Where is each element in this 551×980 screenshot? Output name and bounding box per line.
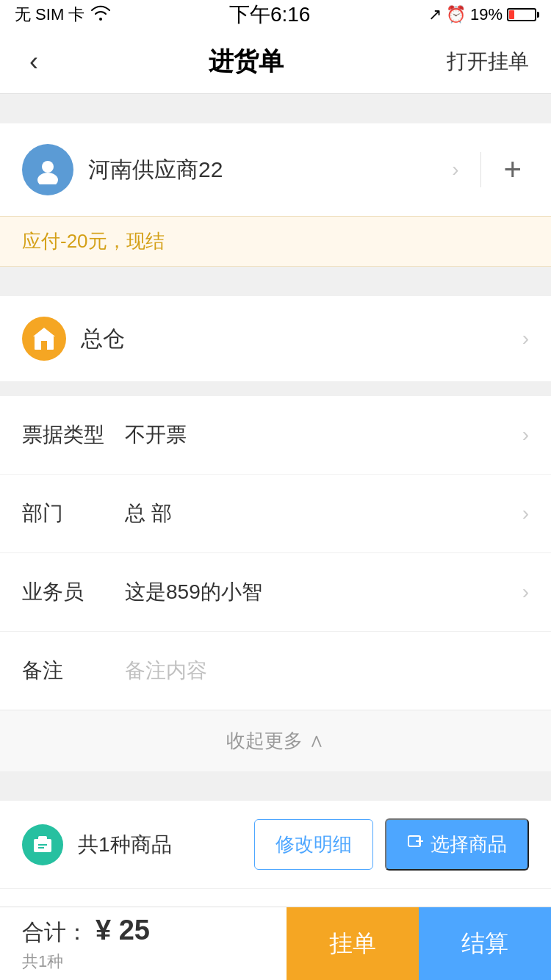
invoice-arrow-icon: › <box>522 423 529 447</box>
status-bar: 无 SIM 卡 下午6:16 ↗ ⏰ 19% <box>0 0 551 29</box>
supplier-avatar <box>22 144 73 195</box>
back-button[interactable]: ‹ <box>22 39 46 84</box>
status-time: 下午6:16 <box>229 1 311 29</box>
warehouse-row[interactable]: 总仓 › <box>0 296 551 381</box>
svg-point-1 <box>37 173 58 184</box>
status-right: ↗ ⏰ 19% <box>428 5 536 24</box>
warehouse-name: 总仓 <box>81 324 522 354</box>
add-supplier-button[interactable]: + <box>480 152 529 187</box>
product-header: 共1种商品 修改明细 选择商品 <box>0 801 551 889</box>
total-section: 合计： ¥ 25 共1种 <box>0 907 287 980</box>
form-section: 票据类型 不开票 › 部门 总 部 › 业务员 这是859的小智 › 备注 备注… <box>0 396 551 710</box>
supplier-name: 河南供应商22 <box>88 155 452 185</box>
collapse-bar[interactable]: 收起更多 ∧ <box>0 710 551 771</box>
bottom-bar: 合计： ¥ 25 共1种 挂单 结算 <box>0 907 551 980</box>
divider-2 <box>0 381 551 396</box>
divider-top <box>0 94 551 109</box>
warehouse-icon <box>22 317 66 361</box>
remark-input[interactable]: 备注内容 <box>110 657 529 685</box>
nav-bar: ‹ 进货单 打开挂单 <box>0 29 551 94</box>
select-label: 选择商品 <box>431 832 507 857</box>
notice-text: 应付-20元，现结 <box>22 230 165 252</box>
location-icon: ↗ <box>428 5 442 24</box>
battery-icon <box>507 8 536 21</box>
total-count: 共1种 <box>22 951 264 973</box>
alarm-icon: ⏰ <box>446 5 466 24</box>
dept-arrow-icon: › <box>522 502 529 525</box>
product-icon <box>22 824 63 865</box>
svg-point-0 <box>42 161 54 173</box>
select-product-button[interactable]: 选择商品 <box>385 818 529 871</box>
invoice-row[interactable]: 票据类型 不开票 › <box>0 396 551 475</box>
checkout-button[interactable]: 结算 <box>419 907 551 980</box>
supplier-section: 河南供应商22 › + 应付-20元，现结 <box>0 123 551 267</box>
svg-marker-3 <box>33 328 55 336</box>
select-icon <box>407 833 425 856</box>
invoice-label: 票据类型 <box>22 421 110 449</box>
svg-rect-6 <box>38 836 47 840</box>
total-line: 合计： ¥ 25 <box>22 915 264 948</box>
sales-value: 这是859的小智 <box>110 578 515 606</box>
page-title: 进货单 <box>209 45 284 79</box>
product-count: 共1种商品 <box>78 831 254 859</box>
sales-row[interactable]: 业务员 这是859的小智 › <box>0 553 551 632</box>
divider-3 <box>0 771 551 786</box>
invoice-value: 不开票 <box>110 421 515 449</box>
supplier-arrow-icon: › <box>452 158 458 181</box>
total-amount: ¥ 25 <box>96 915 150 946</box>
dept-row[interactable]: 部门 总 部 › <box>0 475 551 553</box>
divider-1 <box>0 267 551 281</box>
sales-arrow-icon: › <box>522 580 529 604</box>
remark-row[interactable]: 备注 备注内容 <box>0 632 551 710</box>
svg-rect-4 <box>41 341 47 350</box>
dept-label: 部门 <box>22 500 110 527</box>
battery-percent: 19% <box>470 5 503 24</box>
warehouse-arrow-icon: › <box>522 327 529 350</box>
collapse-label: 收起更多 ∧ <box>226 729 324 752</box>
notice-bar: 应付-20元，现结 <box>0 216 551 267</box>
carrier-label: 无 SIM 卡 <box>15 4 84 26</box>
wifi-icon <box>90 4 111 25</box>
hang-button[interactable]: 挂单 <box>287 907 419 980</box>
open-hang-button[interactable]: 打开挂单 <box>447 48 529 76</box>
remark-label: 备注 <box>22 657 110 685</box>
warehouse-section: 总仓 › <box>0 296 551 381</box>
sales-label: 业务员 <box>22 578 110 606</box>
supplier-row[interactable]: 河南供应商22 › + <box>0 123 551 216</box>
status-left: 无 SIM 卡 <box>15 4 111 26</box>
modify-detail-button[interactable]: 修改明细 <box>254 819 373 870</box>
total-label: 合计： <box>22 918 88 948</box>
dept-value: 总 部 <box>110 500 515 527</box>
